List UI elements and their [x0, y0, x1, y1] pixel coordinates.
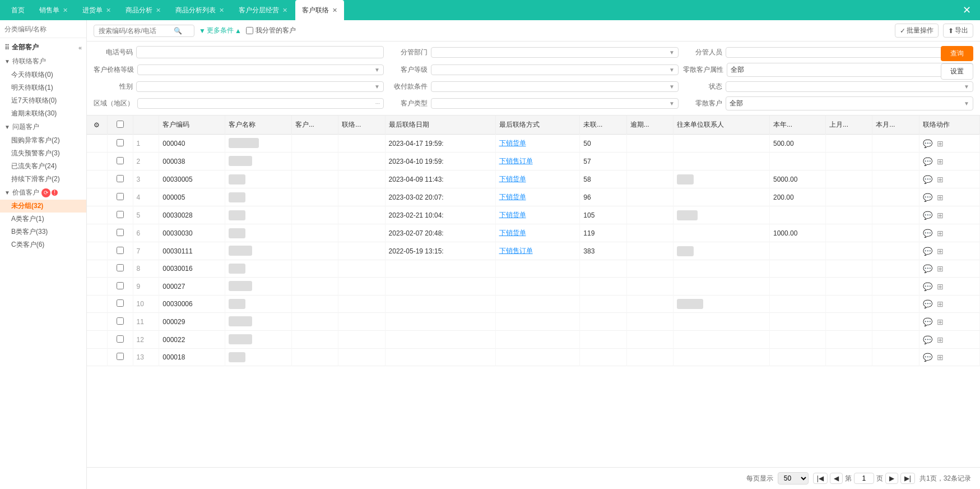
- page-size-select[interactable]: 50 100 200: [778, 472, 809, 485]
- cell-checkbox[interactable]: [107, 170, 133, 188]
- sidebar-all-customers[interactable]: ⠿ 全部客户 «: [0, 38, 86, 54]
- grid-action-icon[interactable]: ⊞: [937, 335, 944, 344]
- col-type[interactable]: 客户...: [291, 116, 338, 135]
- cell-last-method[interactable]: 下销货单: [495, 188, 580, 206]
- nav-tab-sales[interactable]: 销售单 ✕: [32, 0, 75, 20]
- contact-method-link[interactable]: 下销货单: [499, 229, 526, 237]
- nav-tab-analysis[interactable]: 商品分析 ✕: [119, 0, 168, 20]
- col-this-month[interactable]: 本月...: [872, 116, 919, 135]
- retail-customer-select[interactable]: 全部 ▼: [726, 96, 973, 110]
- nav-tab-customer-contact[interactable]: 客户联络 ✕: [295, 0, 344, 20]
- grid-action-icon[interactable]: ⊞: [937, 247, 944, 256]
- message-icon[interactable]: 💬: [923, 193, 932, 202]
- contact-method-link[interactable]: 下销售订单: [499, 157, 533, 165]
- cell-checkbox[interactable]: [107, 313, 133, 331]
- reset-btn[interactable]: 设置: [941, 63, 973, 80]
- grid-action-icon[interactable]: ⊞: [937, 299, 944, 308]
- contact-method-link[interactable]: 下销货单: [499, 139, 526, 147]
- message-icon[interactable]: 💬: [923, 139, 932, 148]
- nav-tab-analysis-list-close[interactable]: ✕: [219, 7, 224, 14]
- sidebar-group-value[interactable]: ▼ 价值客户 ⟳ !: [0, 186, 86, 200]
- query-btn[interactable]: 查询: [941, 46, 973, 61]
- cell-last-method[interactable]: 下销货单: [495, 135, 580, 153]
- nav-tab-home[interactable]: 首页: [4, 0, 31, 20]
- col-name[interactable]: 客户名称: [225, 116, 292, 135]
- cell-checkbox[interactable]: [107, 224, 133, 242]
- row-checkbox[interactable]: [117, 193, 124, 200]
- export-btn[interactable]: ⬆ 导出: [943, 24, 973, 38]
- sidebar-item-churn-warning[interactable]: 流失预警客户(3): [0, 147, 86, 160]
- batch-ops-btn[interactable]: ✓ 批量操作: [895, 24, 939, 38]
- phone-input[interactable]: [136, 46, 384, 58]
- cell-checkbox[interactable]: [107, 153, 133, 170]
- prev-page-btn[interactable]: ◀: [830, 473, 843, 484]
- row-checkbox[interactable]: [117, 317, 124, 325]
- cell-last-method[interactable]: 下销货单: [495, 224, 580, 242]
- row-checkbox[interactable]: [117, 157, 124, 164]
- nav-tab-customer-contact-close[interactable]: ✕: [332, 7, 337, 14]
- more-conditions-btn[interactable]: ▼ 更多条件 ▲: [199, 26, 241, 35]
- dept-select[interactable]: ▼: [431, 47, 679, 58]
- message-icon[interactable]: 💬: [923, 282, 932, 291]
- message-icon[interactable]: 💬: [923, 247, 932, 256]
- sidebar-group-problem[interactable]: ▼ 问题客户: [0, 120, 86, 134]
- region-select[interactable]: ···: [137, 98, 384, 109]
- page-input[interactable]: [854, 473, 874, 484]
- sidebar-group-pending[interactable]: ▼ 待联络客户: [0, 54, 86, 68]
- message-icon[interactable]: 💬: [923, 264, 932, 273]
- sidebar-item-class-a[interactable]: A类客户(1): [0, 213, 86, 225]
- col-last-date[interactable]: 最后联络日期: [385, 116, 495, 135]
- row-checkbox[interactable]: [117, 335, 124, 343]
- col-contact[interactable]: 联络...: [338, 116, 385, 135]
- message-icon[interactable]: 💬: [923, 211, 932, 220]
- row-checkbox[interactable]: [117, 229, 124, 236]
- grid-action-icon[interactable]: ⊞: [937, 157, 944, 166]
- grid-action-icon[interactable]: ⊞: [937, 193, 944, 202]
- nav-tab-customer-segment-close[interactable]: ✕: [282, 7, 287, 14]
- col-overdue[interactable]: 逾期...: [626, 116, 673, 135]
- grid-action-icon[interactable]: ⊞: [937, 353, 944, 362]
- cell-checkbox[interactable]: [107, 278, 133, 296]
- message-icon[interactable]: 💬: [923, 317, 932, 326]
- cell-checkbox[interactable]: [107, 188, 133, 206]
- payment-select[interactable]: ▼: [431, 81, 679, 92]
- last-page-btn[interactable]: ▶|: [900, 473, 915, 484]
- cell-checkbox[interactable]: [107, 349, 133, 366]
- my-customers-check[interactable]: [246, 27, 253, 34]
- row-checkbox[interactable]: [117, 211, 124, 218]
- my-customers-checkbox[interactable]: 我分管的客户: [246, 26, 296, 35]
- cell-checkbox[interactable]: [107, 331, 133, 349]
- cell-checkbox[interactable]: [107, 135, 133, 153]
- grid-action-icon[interactable]: ⊞: [937, 211, 944, 220]
- col-last-month[interactable]: 上月...: [826, 116, 872, 135]
- sidebar-item-7days[interactable]: 近7天待联络(0): [0, 94, 86, 107]
- sidebar-item-class-b[interactable]: B类客户(33): [0, 225, 86, 238]
- customer-type-select[interactable]: ▼: [431, 98, 679, 109]
- message-icon[interactable]: 💬: [923, 299, 932, 308]
- sidebar-item-ungrouped[interactable]: 未分组(32): [0, 200, 86, 213]
- row-checkbox[interactable]: [117, 247, 124, 254]
- search-input[interactable]: [99, 27, 171, 35]
- col-this-year[interactable]: 本年...: [770, 116, 826, 135]
- col-code[interactable]: 客户编码: [159, 116, 225, 135]
- nav-tab-sales-close[interactable]: ✕: [63, 7, 68, 14]
- grid-action-icon[interactable]: ⊞: [937, 264, 944, 273]
- message-icon[interactable]: 💬: [923, 229, 932, 238]
- message-icon[interactable]: 💬: [923, 353, 932, 362]
- sidebar-item-tomorrow[interactable]: 明天待联络(1): [0, 81, 86, 94]
- nav-tab-customer-segment[interactable]: 客户分层经营 ✕: [232, 0, 294, 20]
- first-page-btn[interactable]: |◀: [813, 473, 828, 484]
- gender-select[interactable]: ▼: [136, 81, 384, 92]
- search-icon[interactable]: 🔍: [174, 27, 182, 35]
- row-checkbox[interactable]: [117, 353, 124, 360]
- sidebar-item-class-c[interactable]: C类客户(6): [0, 238, 86, 251]
- cell-last-method[interactable]: 下销售订单: [495, 153, 580, 170]
- status-select[interactable]: ▼: [726, 81, 973, 92]
- grid-action-icon[interactable]: ⊞: [937, 317, 944, 326]
- cell-last-method[interactable]: 下销货单: [495, 206, 580, 224]
- nav-tab-purchase[interactable]: 进货单 ✕: [76, 0, 118, 20]
- grid-action-icon[interactable]: ⊞: [937, 282, 944, 291]
- nav-window-close[interactable]: ✕: [958, 4, 976, 16]
- row-checkbox[interactable]: [117, 175, 124, 182]
- cell-checkbox[interactable]: [107, 206, 133, 224]
